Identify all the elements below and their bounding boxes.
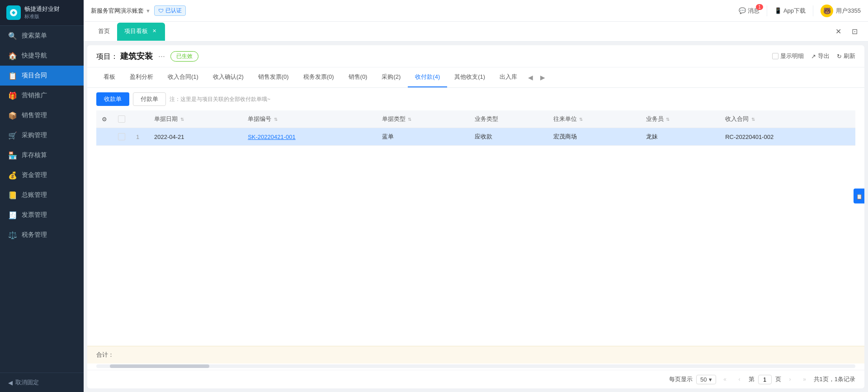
date-header[interactable]: 单据日期 ⇅ (149, 110, 242, 128)
right-panel-tab[interactable]: 📋 (854, 189, 864, 204)
type-header[interactable]: 单据类型 ⇅ (377, 110, 469, 128)
messages-button[interactable]: 💬 消息 1 (739, 7, 760, 15)
account-selector[interactable]: 新服务官网演示账套 ▼ (91, 7, 151, 15)
refresh-label: 刷新 (844, 52, 855, 60)
sidebar-scroll: 🔍 搜索菜单 🏠 快捷导航 📋 项目合同 🎁 营销推广 📦 销售管理 🛒 采购管… (0, 26, 84, 373)
sub-nav-board[interactable]: 看板 (96, 67, 123, 87)
chevron-down-icon: ▼ (146, 8, 151, 14)
page-number-input[interactable] (758, 375, 772, 384)
salesman-header[interactable]: 业务员 ⇅ (641, 110, 720, 128)
close-window-button[interactable]: ✕ (832, 25, 844, 38)
sub-nav-next[interactable]: ▶ (537, 70, 549, 85)
unpin-button[interactable]: ◀ 取消固定 (0, 373, 84, 392)
sidebar-item-quick-nav[interactable]: 🏠 快捷导航 (0, 46, 84, 66)
receipt-tab-button[interactable]: 收款单 (96, 92, 129, 106)
pagination: 每页显示 50 ▾ « ‹ 第 页 › » 共1页，1条记录 (87, 370, 864, 388)
purchase-icon: 🛒 (8, 131, 17, 140)
checkbox-icon[interactable] (772, 53, 778, 59)
sub-nav-purchase[interactable]: 采购(2) (374, 67, 408, 87)
sub-nav-income-confirm[interactable]: 收入确认(2) (206, 67, 251, 87)
total-label: 合计： (96, 351, 114, 358)
row-biz-type: 应收款 (469, 128, 548, 146)
maximize-window-button[interactable]: ⊡ (848, 25, 861, 38)
sidebar-item-invoice[interactable]: 🧾 发票管理 (0, 205, 84, 225)
first-page-button[interactable]: « (720, 374, 731, 385)
per-page-select[interactable]: 50 ▾ (696, 375, 716, 384)
topbar: 新服务官网演示账套 ▼ 🛡 已认证 💬 消息 1 📱 App下载 🐻 用 (84, 0, 868, 22)
sidebar-item-project[interactable]: 📋 项目合同 (0, 66, 84, 86)
project-title: 项目： 建筑安装 (96, 51, 153, 62)
next-page-button[interactable]: › (785, 374, 796, 385)
sub-nav-sales[interactable]: 销售(0) (341, 67, 375, 87)
finance-icon: 💰 (8, 171, 17, 180)
refresh-button[interactable]: ↻ 刷新 (837, 52, 855, 60)
checkbox-header[interactable] (113, 110, 131, 128)
logo-title: 畅捷通好业财 (24, 5, 60, 13)
row-settings (96, 128, 113, 146)
row-code[interactable]: SK-20220421-001 (242, 128, 376, 146)
table-footer: 合计： (87, 346, 864, 363)
sub-nav-income-contract[interactable]: 收入合同(1) (160, 67, 206, 87)
tab-home[interactable]: 首页 (91, 23, 117, 41)
sort-icon2: ⇅ (274, 117, 278, 122)
sidebar-item-general-ledger[interactable]: 📒 总账管理 (0, 185, 84, 205)
scrollbar-row (87, 363, 864, 370)
payment-tab-button[interactable]: 付款单 (133, 92, 166, 106)
tab-note: 注：这里是与项目关联的全部收付款单哦~ (170, 96, 270, 103)
project-actions: 显示明细 ↗ 导出 ↻ 刷新 (772, 52, 855, 60)
sidebar-item-label: 采购管理 (22, 131, 47, 139)
content-area: 项目： 建筑安装 ··· 已生效 显示明细 ↗ 导出 ↻ 刷新 (87, 45, 864, 388)
more-options-button[interactable]: ··· (158, 52, 165, 61)
refresh-icon: ↻ (837, 53, 842, 60)
chevron-down-icon2: ▾ (709, 376, 712, 383)
partner-header[interactable]: 往来单位 ⇅ (548, 110, 641, 128)
row-checkbox-cell[interactable] (113, 128, 131, 146)
user-profile[interactable]: 🐻 用户3355 (821, 5, 861, 17)
page-suffix: 页 (775, 375, 781, 383)
sidebar-item-finance[interactable]: 💰 资金管理 (0, 165, 84, 185)
sort-icon6: ⇅ (751, 117, 755, 122)
horizontal-scrollbar[interactable] (96, 364, 855, 368)
last-page-button[interactable]: » (799, 374, 810, 385)
tab-close-button[interactable]: ✕ (151, 28, 158, 35)
sub-nav-receipts[interactable]: 收付款(4) (408, 67, 447, 87)
scrollbar-thumb[interactable] (110, 364, 209, 368)
row-date: 2022-04-21 (149, 128, 242, 146)
settings-header[interactable]: ⚙ (96, 110, 113, 128)
tab-project-board[interactable]: 项目看板 ✕ (117, 23, 165, 41)
page-label: 第 (749, 375, 755, 383)
sidebar-item-label: 库存核算 (22, 151, 47, 159)
sidebar-item-inventory[interactable]: 🏪 库存核算 (0, 145, 84, 165)
sidebar-item-label: 资金管理 (22, 171, 47, 179)
total-info: 共1页，1条记录 (814, 375, 855, 383)
ledger-icon: 📒 (8, 191, 17, 200)
sub-nav-prev[interactable]: ◀ (524, 70, 537, 85)
export-button[interactable]: ↗ 导出 (811, 52, 830, 60)
search-icon: 🔍 (8, 31, 17, 40)
app-download-button[interactable]: 📱 App下载 (774, 7, 806, 15)
income-contract-header[interactable]: 收入合同 ⇅ (720, 110, 855, 128)
show-detail-checkbox[interactable]: 显示明细 (772, 52, 804, 60)
sidebar-item-purchase[interactable]: 🛒 采购管理 (0, 125, 84, 145)
table-row[interactable]: 1 2022-04-21 SK-20220421-001 蓝单 应收款 宏茂商场… (96, 128, 855, 146)
marketing-icon: 🎁 (8, 91, 17, 100)
sidebar-item-label: 搜索菜单 (22, 32, 47, 40)
sidebar-item-sales[interactable]: 📦 销售管理 (0, 105, 84, 125)
table-header-row: ⚙ 单据日期 ⇅ 单据编号 ⇅ 单据类型 ⇅ (96, 110, 855, 128)
sub-nav-profit[interactable]: 盈利分析 (123, 67, 160, 87)
sub-nav-sales-invoice[interactable]: 销售发票(0) (251, 67, 296, 87)
sub-nav-warehouse[interactable]: 出入库 (492, 67, 524, 87)
prev-page-button[interactable]: ‹ (734, 374, 745, 385)
sidebar-item-tax[interactable]: ⚖️ 税务管理 (0, 225, 84, 245)
logo-subtitle: 标准版 (24, 13, 60, 20)
sidebar-item-search[interactable]: 🔍 搜索菜单 (0, 26, 84, 46)
sort-icon3: ⇅ (408, 117, 411, 122)
code-header[interactable]: 单据编号 ⇅ (242, 110, 376, 128)
sidebar-item-marketing[interactable]: 🎁 营销推广 (0, 86, 84, 105)
sub-nav-other-income[interactable]: 其他收支(1) (447, 67, 492, 87)
project-header: 项目： 建筑安装 ··· 已生效 显示明细 ↗ 导出 ↻ 刷新 (87, 45, 864, 67)
topbar-right: 💬 消息 1 📱 App下载 🐻 用户3355 (739, 5, 861, 17)
inventory-icon: 🏪 (8, 151, 17, 160)
sub-nav-tax-invoice[interactable]: 税务发票(0) (296, 67, 341, 87)
row-num: 1 (131, 128, 149, 146)
